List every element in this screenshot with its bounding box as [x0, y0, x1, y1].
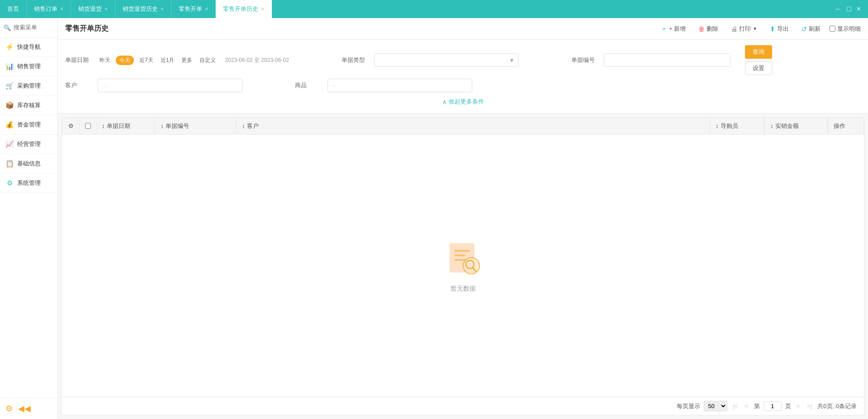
order-no-input[interactable] [604, 53, 730, 67]
tab-retail-order-history[interactable]: 零售开单历史 × [216, 0, 272, 18]
sidebar-item-system[interactable]: ⚙ 系统管理 [0, 174, 57, 193]
page-unit: 页 [785, 402, 791, 410]
filter-section: 单据日期 昨天 今天 近7天 近1月 更多 自定义 2023-06-02 至 2… [58, 40, 868, 113]
inventory-icon: 📦 [5, 101, 14, 109]
print-icon: 🖨 [731, 25, 737, 33]
main-layout: 🔍 搜索采单 ⚡ 快捷导航 📊 销售管理 🛒 采购管理 📦 库存核算 💰 资金管… [0, 18, 868, 419]
close-tab-retail-order[interactable]: × [205, 6, 208, 12]
svg-rect-2 [454, 254, 465, 256]
table-section: ⚙ ↕ 单据日期 ↕ 单据编号 ↕ 客户 ↕ [62, 117, 864, 415]
th-customer-label: 客户 [247, 122, 259, 130]
collapse-label: 收起更多条件 [449, 98, 484, 106]
goods-label: 商品 [295, 81, 320, 89]
tab-sales-return[interactable]: 销货退货 × [71, 0, 115, 18]
search-label: 搜索采单 [14, 24, 37, 32]
tab-sales-return-history[interactable]: 销货退货历史 × [115, 0, 171, 18]
order-type-dropdown-icon: ▼ [509, 57, 515, 64]
sidebar-label-quick-nav: 快捷导航 [17, 43, 41, 51]
date-btn-today[interactable]: 今天 [116, 56, 134, 65]
tab-sales-order[interactable]: 销售订单 × [27, 0, 71, 18]
date-range-text: 2023-06-02 至 2023-06-02 [225, 56, 289, 64]
th-order-no-label: 单据编号 [166, 122, 189, 130]
sidebar-search[interactable]: 🔍 搜索采单 [0, 18, 57, 38]
th-salesman[interactable]: ↕ 导购员 [710, 118, 764, 134]
sidebar-label-sales: 销售管理 [17, 62, 41, 71]
sidebar-item-purchase[interactable]: 🛒 采购管理 [0, 76, 57, 96]
show-detail-checkbox[interactable] [830, 26, 835, 32]
maximize-btn[interactable]: □ [847, 5, 851, 13]
last-page-btn[interactable]: >| [805, 402, 814, 410]
goods-dots: ··· [332, 82, 337, 89]
add-icon: ＋ [661, 25, 667, 33]
query-button[interactable]: 查询 [745, 45, 772, 59]
th-order-no[interactable]: ↕ 单据编号 [155, 118, 237, 134]
toolbar: 零售开单历史 ＋ + 新增 🗑 删除 🖨 打印 ▼ ⬆ 导出 [58, 18, 868, 40]
prev-page-btn[interactable]: < [743, 402, 750, 410]
sidebar-item-inventory[interactable]: 📦 库存核算 [0, 96, 57, 115]
table-header: ⚙ ↕ 单据日期 ↕ 单据编号 ↕ 客户 ↕ [62, 118, 864, 135]
delete-button[interactable]: 🗑 删除 [695, 23, 722, 35]
close-btn[interactable]: × [857, 5, 861, 13]
sidebar-label-finance: 资金管理 [17, 121, 41, 129]
quick-nav-icon: ⚡ [5, 43, 14, 51]
tab-retail-order[interactable]: 零售开单 × [171, 0, 216, 18]
order-no-label: 单据编号 [571, 56, 597, 64]
filter-row-1: 单据日期 昨天 今天 近7天 近1月 更多 自定义 2023-06-02 至 2… [65, 45, 861, 75]
order-type-select[interactable]: ▼ [374, 53, 519, 67]
date-btn-7days[interactable]: 近7天 [138, 56, 155, 65]
th-checkbox[interactable] [80, 118, 96, 134]
collapse-more-btn[interactable]: ∧ 收起更多条件 [65, 96, 861, 108]
th-operations: 操作 [828, 118, 864, 134]
date-btn-1month[interactable]: 近1月 [159, 56, 176, 65]
operations-icon: 📈 [5, 140, 14, 148]
delete-icon: 🗑 [698, 25, 705, 33]
tab-home[interactable]: 首页 [0, 0, 27, 18]
total-info: 共0页, 0条记录 [817, 402, 857, 410]
date-btn-more[interactable]: 更多 [180, 56, 194, 65]
table-settings-icon: ⚙ [68, 122, 74, 129]
goods-select[interactable]: ··· [327, 79, 472, 92]
system-icon: ⚙ [5, 179, 14, 187]
sidebar: 🔍 搜索采单 ⚡ 快捷导航 📊 销售管理 🛒 采购管理 📦 库存核算 💰 资金管… [0, 18, 58, 419]
th-customer[interactable]: ↕ 客户 [237, 118, 710, 134]
close-tab-sales-order[interactable]: × [60, 6, 63, 12]
sidebar-item-basic-info[interactable]: 📋 基础信息 [0, 154, 57, 174]
print-button[interactable]: 🖨 打印 ▼ [727, 23, 761, 35]
date-shortcuts: 昨天 今天 近7天 近1月 更多 自定义 2023-06-02 至 2023-0… [98, 56, 289, 65]
settings-bottom-icon[interactable]: ⚙ [5, 404, 13, 414]
select-all-checkbox[interactable] [85, 123, 91, 129]
per-page-label: 每页显示 [677, 402, 700, 410]
th-settings[interactable]: ⚙ [62, 118, 80, 134]
export-button[interactable]: ⬆ 导出 [766, 23, 792, 35]
order-type-label: 单据类型 [342, 56, 367, 64]
minimize-btn[interactable]: － [834, 5, 841, 14]
refresh-button[interactable]: ↺ 刷新 [798, 23, 824, 35]
collapse-icon[interactable]: ◀◀ [18, 404, 31, 414]
sidebar-item-operations[interactable]: 📈 经营管理 [0, 135, 57, 154]
customer-select[interactable]: ··· [98, 79, 242, 92]
close-tab-sales-return-history[interactable]: × [161, 6, 164, 12]
show-detail-label: 显示明细 [837, 25, 861, 33]
close-tab-retail-order-history[interactable]: × [261, 6, 264, 12]
sidebar-label-inventory: 库存核算 [17, 101, 41, 109]
close-tab-sales-return[interactable]: × [104, 6, 108, 12]
content-area: 零售开单历史 ＋ + 新增 🗑 删除 🖨 打印 ▼ ⬆ 导出 [58, 18, 868, 419]
next-page-btn[interactable]: > [795, 402, 802, 410]
date-btn-yesterday[interactable]: 昨天 [98, 56, 112, 65]
sidebar-item-quick-nav[interactable]: ⚡ 快捷导航 [0, 38, 57, 57]
page-input[interactable]: 1 [764, 401, 782, 411]
th-date[interactable]: ↕ 单据日期 [96, 118, 155, 134]
basic-info-icon: 📋 [5, 160, 14, 168]
per-page-select[interactable]: 50 100 200 [704, 401, 727, 411]
add-button[interactable]: ＋ + 新增 [657, 23, 689, 35]
sidebar-item-sales[interactable]: 📊 销售管理 [0, 57, 57, 76]
toolbar-actions: ＋ + 新增 🗑 删除 🖨 打印 ▼ ⬆ 导出 ↺ [657, 23, 861, 35]
date-btn-custom[interactable]: 自定义 [198, 56, 218, 65]
filter-settings-button[interactable]: 设置 [745, 61, 772, 75]
th-amount[interactable]: ↕ 实销金额 [764, 118, 828, 134]
filter-row-2: 客户 ··· 商品 ··· [65, 79, 861, 92]
sidebar-item-finance[interactable]: 💰 资金管理 [0, 115, 57, 135]
th-operations-label: 操作 [834, 122, 845, 130]
tab-bar: 首页 销售订单 × 销货退货 × 销货退货历史 × 零售开单 × 零售开单历史 … [0, 0, 868, 18]
first-page-btn[interactable]: |< [731, 402, 740, 410]
